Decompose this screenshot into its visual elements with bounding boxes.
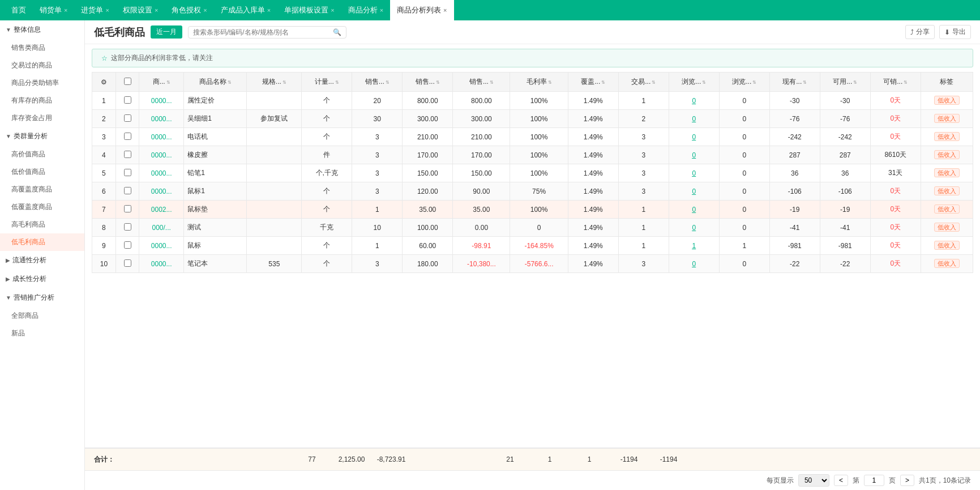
sidebar-item-traded-products[interactable]: 交易过的商品	[0, 57, 84, 74]
data-table-container: ⚙ 商...⇅ 商品名称⇅ 规格...⇅ 计量...⇅ 销售...⇅ 销售...…	[85, 72, 980, 448]
row-checkbox[interactable]	[115, 110, 139, 128]
nav-home[interactable]: 首页	[5, 0, 33, 20]
row-stock-now: -41	[769, 219, 820, 237]
nav-role-auth[interactable]: 角色授权 ×	[165, 0, 213, 20]
sidebar-section-circulation[interactable]: ▶ 流通性分析	[0, 251, 84, 270]
row-checkbox[interactable]	[115, 128, 139, 146]
sort-icon[interactable]: ⇅	[283, 80, 286, 85]
sidebar-section-marketing[interactable]: ▼ 营销推广分析	[0, 288, 84, 307]
row-stock-now: -106	[769, 182, 820, 201]
sort-icon[interactable]: ⇅	[652, 80, 656, 85]
nav-sales-order[interactable]: 销货单 ×	[33, 0, 74, 20]
row-name: 鼠标	[184, 237, 247, 255]
sort-icon[interactable]: ⇅	[335, 80, 339, 85]
nav-purchase-order[interactable]: 进货单 ×	[74, 0, 115, 20]
row-views1[interactable]: 0	[669, 255, 719, 273]
close-icon[interactable]: ×	[203, 7, 207, 14]
row-transactions: 1	[618, 219, 669, 237]
sort-icon[interactable]: ⇅	[752, 80, 756, 85]
close-icon[interactable]: ×	[155, 7, 158, 14]
sidebar-item-high-margin[interactable]: 高毛利商品	[0, 216, 84, 233]
row-coverage: 1.49%	[568, 201, 618, 219]
nav-product-analysis[interactable]: 商品分析 ×	[341, 0, 390, 20]
sidebar-item-category-rate[interactable]: 商品分类助销率	[0, 74, 84, 92]
sidebar-item-stock-capital[interactable]: 库存资金占用	[0, 109, 84, 127]
sort-icon[interactable]: ⇅	[228, 80, 232, 85]
row-views2: 0	[719, 92, 769, 110]
sort-icon[interactable]: ⇅	[166, 80, 170, 85]
row-checkbox[interactable]	[115, 92, 139, 110]
sort-icon[interactable]: ⇅	[490, 80, 494, 85]
sidebar-item-new-products[interactable]: 新品	[0, 325, 84, 342]
row-checkbox[interactable]	[115, 201, 139, 219]
search-icon[interactable]: 🔍	[333, 28, 341, 36]
sidebar-section-growth[interactable]: ▶ 成长性分析	[0, 270, 84, 288]
table-row: 7 0002... 鼠标垫 个 1 35.00 35.00 100% 1.49%…	[92, 201, 973, 219]
row-checkbox[interactable]	[115, 182, 139, 201]
sort-icon[interactable]: ⇅	[904, 80, 908, 85]
page-number-input[interactable]	[864, 475, 884, 486]
close-icon[interactable]: ×	[380, 7, 383, 14]
row-checkbox[interactable]	[115, 164, 139, 182]
row-sales-price: 210.00	[403, 128, 453, 146]
sort-icon[interactable]: ⇅	[702, 80, 706, 85]
nav-product-analysis-list[interactable]: 商品分析列表 ×	[390, 0, 453, 20]
sort-icon[interactable]: ⇅	[386, 80, 390, 85]
sidebar-item-low-value[interactable]: 低价值商品	[0, 163, 84, 181]
prev-page-button[interactable]: <	[834, 475, 848, 486]
col-settings[interactable]: ⚙	[92, 73, 116, 92]
next-page-button[interactable]: >	[900, 475, 914, 486]
sidebar-item-in-stock[interactable]: 有库存的商品	[0, 92, 84, 109]
row-unit: 个	[302, 92, 352, 110]
row-checkbox[interactable]	[115, 146, 139, 164]
row-views1[interactable]: 0	[669, 164, 719, 182]
close-icon[interactable]: ×	[443, 7, 447, 14]
row-views1[interactable]: 1	[669, 237, 719, 255]
search-input[interactable]	[193, 28, 331, 36]
sidebar-item-low-margin[interactable]: 低毛利商品	[0, 233, 84, 251]
sort-icon[interactable]: ⇅	[548, 80, 552, 85]
sidebar-section-cluster[interactable]: ▼ 类群量分析	[0, 127, 84, 146]
sidebar-item-low-coverage[interactable]: 低覆盖度商品	[0, 198, 84, 216]
nav-permissions[interactable]: 权限设置 ×	[116, 0, 165, 20]
row-views1[interactable]: 0	[669, 182, 719, 201]
sort-icon[interactable]: ⇅	[803, 80, 807, 85]
sort-icon[interactable]: ⇅	[853, 80, 857, 85]
nav-template-settings[interactable]: 单据模板设置 ×	[277, 0, 341, 20]
row-checkbox[interactable]	[115, 237, 139, 255]
share-button[interactable]: ⤴ 分享	[905, 25, 935, 39]
sidebar-section-overall[interactable]: ▼ 整体信息	[0, 20, 84, 39]
row-index: 7	[92, 201, 116, 219]
sidebar-item-all-products[interactable]: 全部商品	[0, 307, 84, 325]
row-views1[interactable]: 0	[669, 128, 719, 146]
sort-icon[interactable]: ⇅	[436, 80, 440, 85]
row-available: -242	[820, 128, 870, 146]
close-icon[interactable]: ×	[331, 7, 334, 14]
row-views1[interactable]: 0	[669, 110, 719, 128]
close-icon[interactable]: ×	[64, 7, 67, 14]
row-code: 0000...	[139, 255, 184, 273]
close-icon[interactable]: ×	[105, 7, 109, 14]
row-sales-price: 100.00	[403, 219, 453, 237]
export-button[interactable]: ⬇ 导出	[939, 25, 971, 39]
sidebar-item-high-coverage[interactable]: 高覆盖度商品	[0, 181, 84, 198]
row-checkbox[interactable]	[115, 219, 139, 237]
sidebar-item-sales-products[interactable]: 销售类商品	[0, 39, 84, 57]
sort-icon[interactable]: ⇅	[601, 80, 605, 85]
row-views1[interactable]: 0	[669, 146, 719, 164]
page-size-select[interactable]: 50 20 100	[798, 474, 829, 487]
row-checkbox[interactable]	[115, 255, 139, 273]
select-all-checkbox[interactable]	[124, 78, 131, 85]
row-views1[interactable]: 0	[669, 219, 719, 237]
row-views1[interactable]: 0	[669, 201, 719, 219]
row-views1[interactable]: 0	[669, 92, 719, 110]
col-checkbox[interactable]	[115, 73, 139, 92]
nav-product-inbound[interactable]: 产成品入库单 ×	[214, 0, 277, 20]
alert-message: 这部分商品的利润非常低，请关注	[111, 53, 213, 63]
close-icon[interactable]: ×	[267, 7, 271, 14]
row-stock-now: -19	[769, 201, 820, 219]
period-button[interactable]: 近一月	[151, 25, 182, 39]
col-transactions: 交易...⇅	[618, 73, 669, 92]
settings-icon[interactable]: ⚙	[101, 78, 107, 86]
sidebar-item-high-value[interactable]: 高价值商品	[0, 146, 84, 163]
